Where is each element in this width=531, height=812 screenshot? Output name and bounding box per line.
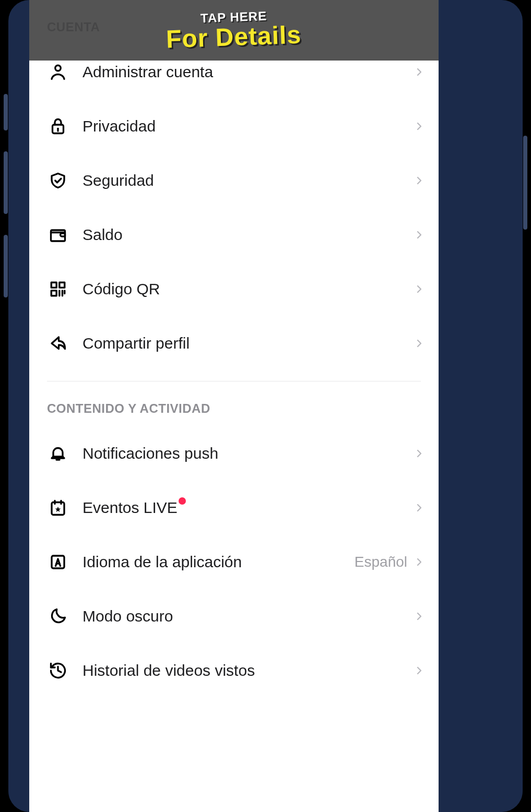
phone-side-buttons-left — [4, 94, 8, 313]
shield-icon — [47, 170, 69, 192]
svg-rect-6 — [60, 282, 65, 288]
row-label: Administrar cuenta — [82, 63, 415, 81]
chevron-right-icon — [415, 500, 424, 516]
moon-icon — [47, 605, 69, 627]
share-icon — [47, 332, 69, 354]
calendar-star-icon — [47, 497, 69, 519]
svg-rect-5 — [51, 282, 56, 288]
chevron-right-icon — [415, 227, 424, 243]
row-push-notifications[interactable]: Notificaciones push — [29, 426, 439, 481]
person-icon — [47, 61, 69, 83]
row-balance[interactable]: Saldo — [29, 208, 439, 262]
chevron-right-icon — [415, 118, 424, 134]
chevron-right-icon — [415, 173, 424, 188]
row-app-language[interactable]: Idioma de la aplicación Español — [29, 535, 439, 589]
bell-icon — [47, 443, 69, 464]
row-label: Eventos LIVE — [82, 499, 415, 517]
chevron-right-icon — [415, 336, 424, 351]
history-icon — [47, 660, 69, 682]
svg-rect-16 — [52, 556, 64, 568]
row-dark-mode[interactable]: Modo oscuro — [29, 589, 439, 643]
banner-details-text: For Details — [166, 20, 302, 53]
wallet-icon — [47, 224, 69, 246]
phone-side-button-right — [523, 136, 527, 230]
row-label: Modo oscuro — [82, 607, 415, 625]
chevron-right-icon — [415, 554, 424, 570]
chevron-right-icon — [415, 281, 424, 297]
row-security[interactable]: Seguridad — [29, 153, 439, 208]
chevron-right-icon — [415, 663, 424, 678]
row-label: Notificaciones push — [82, 445, 415, 462]
row-label: Historial de videos vistos — [82, 662, 415, 679]
promo-banner[interactable]: TAP HERE For Details — [29, 0, 439, 61]
row-live-events[interactable]: Eventos LIVE — [29, 481, 439, 535]
section-header-content: CONTENIDO Y ACTIVIDAD — [29, 381, 439, 426]
row-label: Código QR — [82, 280, 415, 298]
row-value: Español — [355, 554, 407, 570]
language-icon — [47, 551, 69, 573]
lock-icon — [47, 115, 69, 137]
chevron-right-icon — [415, 64, 424, 80]
row-label: Saldo — [82, 226, 415, 244]
row-label: Seguridad — [82, 172, 415, 189]
row-label: Compartir perfil — [82, 335, 415, 352]
svg-rect-7 — [51, 291, 56, 296]
screen: CUENTA Administrar cuenta — [29, 0, 439, 812]
chevron-right-icon — [415, 608, 424, 624]
svg-point-0 — [55, 65, 61, 71]
chevron-right-icon — [415, 446, 424, 461]
svg-marker-15 — [55, 507, 61, 512]
row-label: Privacidad — [82, 117, 415, 135]
qr-code-icon — [47, 278, 69, 300]
row-qr-code[interactable]: Código QR — [29, 262, 439, 316]
row-watch-history[interactable]: Historial de videos vistos — [29, 643, 439, 698]
row-share-profile[interactable]: Compartir perfil — [29, 316, 439, 371]
row-label: Idioma de la aplicación — [82, 553, 355, 571]
notification-dot — [179, 497, 186, 505]
row-privacy[interactable]: Privacidad — [29, 99, 439, 153]
